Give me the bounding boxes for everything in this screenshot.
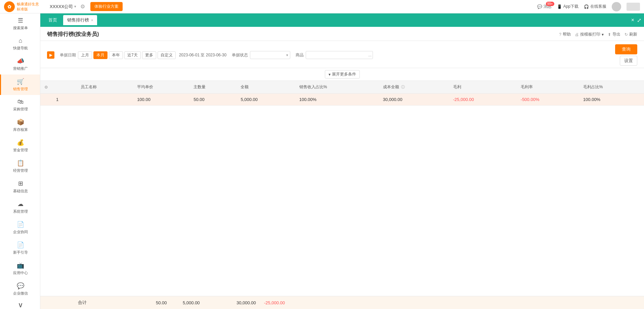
member-icon: V: [19, 303, 23, 309]
row-gross-rate: -500.00%: [517, 94, 579, 106]
message-btn[interactable]: 💬 消息 99+: [537, 4, 552, 9]
tab-sales-ranking[interactable]: 销售排行榜 ×: [63, 15, 97, 25]
sidebar-item-finance[interactable]: 💰 资金管理: [0, 136, 40, 156]
tab-bar: 首页 销售排行榜 × × ⤢: [40, 13, 644, 27]
app-download-btn[interactable]: 📱 App下载: [557, 4, 578, 9]
sidebar-item-operations[interactable]: 📋 经营管理: [0, 156, 40, 176]
help-label: 帮助: [563, 32, 571, 37]
sidebar-item-search[interactable]: ☰ 搜索菜单: [0, 13, 40, 34]
sidebar-item-system[interactable]: ☁ 系统管理: [0, 197, 40, 217]
refresh-btn[interactable]: ↻ 刷新: [625, 32, 637, 37]
export-btn[interactable]: ⬆ 导出: [608, 32, 620, 37]
col-header-main-qty: 主数量: [189, 81, 237, 94]
filter-toggle-btn[interactable]: ▶: [47, 51, 54, 59]
company-arrow-icon: ▾: [74, 4, 76, 9]
footer-main-qty: 50.00: [152, 300, 179, 305]
current-year-btn[interactable]: 本年: [109, 51, 123, 59]
help-btn[interactable]: ? 帮助: [559, 32, 571, 37]
setting-btn[interactable]: 设置: [620, 56, 637, 66]
sidebar-item-shortcut[interactable]: ⌂ 快捷导航: [0, 34, 40, 54]
sidebar-item-member[interactable]: V 畅会员: [0, 299, 40, 309]
marketing-icon: 📣: [17, 57, 24, 65]
sidebar-label-search: 搜索菜单: [13, 25, 28, 31]
product-input[interactable]: [306, 51, 373, 59]
print-btn[interactable]: 🖨 按模板打印 ▾: [575, 32, 604, 37]
sidebar-item-wechat[interactable]: 💬 企业微信: [0, 279, 40, 299]
sidebar-label-operations: 经营管理: [13, 168, 28, 173]
table-header-row: ⚙ 员工名称 平均单价 主数量: [40, 81, 644, 94]
custom-date-btn[interactable]: 自定义: [158, 51, 176, 59]
product-more-icon[interactable]: ...: [368, 53, 372, 57]
col-header-cost: 成本全额 ⓘ: [379, 81, 449, 94]
app-logo: ✿ 畅康通好生意 标准版: [4, 1, 44, 12]
wechat-icon: 💬: [17, 282, 24, 290]
basic-icon: ⊞: [18, 180, 23, 187]
sidebar-label-basic: 基础信息: [13, 189, 28, 194]
headset-icon: 🎧: [584, 4, 589, 9]
footer-amount: 5,000.00: [179, 300, 206, 305]
status-select-wrapper: [250, 51, 290, 59]
cost-info-icon[interactable]: ⓘ: [401, 85, 405, 89]
row-sales-pct: 100.00%: [295, 94, 379, 106]
topbar-right: 💬 消息 99+ 📱 App下载 🎧 在线客服: [537, 2, 640, 11]
trial-btn[interactable]: 体验行业方案: [90, 2, 123, 11]
table-row: 1 100.00 50.00 5,000.00 100.00% 30,000.0…: [40, 94, 644, 106]
table-body: 1 100.00 50.00 5,000.00 100.00% 30,000.0…: [40, 94, 644, 106]
sidebar-item-sales[interactable]: 🛒 销售管理: [0, 74, 40, 95]
export-label: 导出: [612, 32, 620, 37]
sidebar-item-guide[interactable]: 📄 新手引导: [0, 238, 40, 258]
expand-conditions-btn[interactable]: ▾ 展开更多条件: [325, 70, 360, 79]
print-dropdown-icon[interactable]: ▾: [602, 32, 604, 37]
tab-bar-right: × ⤢: [631, 17, 641, 23]
date-filter: 单据日期 上月 本月 本年 近7天 更多 自定义 2023-06-01 至 20…: [60, 51, 226, 59]
online-service-btn[interactable]: 🎧 在线客服: [584, 4, 606, 9]
sidebar-label-finance: 资金管理: [13, 148, 28, 153]
col-settings[interactable]: ⚙: [40, 81, 52, 94]
footer-cost: 30,000.00: [232, 300, 260, 305]
page-title: 销售排行榜(按业务员): [47, 31, 99, 38]
product-filter: 商品 ...: [296, 51, 372, 59]
sidebar-item-purchase[interactable]: 🛍 采购管理: [0, 95, 40, 115]
table-footer: 合计 50.00 5,000.00 30,000.00 -25,000.00: [40, 296, 644, 309]
sidebar-item-marketing[interactable]: 📣 营销推广: [0, 54, 40, 74]
col-settings-icon[interactable]: ⚙: [44, 85, 48, 90]
sidebar-item-apps[interactable]: 📺 应用中心: [0, 258, 40, 279]
sidebar-item-basic[interactable]: ⊞ 基础信息: [0, 176, 40, 197]
tab-close-icon[interactable]: ×: [91, 18, 93, 22]
operations-icon: 📋: [17, 159, 24, 167]
col-header-index: [52, 81, 77, 94]
row-amount: 5,000.00: [237, 94, 295, 106]
product-filter-label: 商品: [296, 52, 304, 58]
print-label: 按模板打印: [580, 32, 600, 37]
col-header-avg-price: 平均单价: [133, 81, 189, 94]
company-name: XXXXX公司: [50, 4, 73, 10]
sidebar-item-collab[interactable]: 📄 企业协同: [0, 217, 40, 238]
company-selector[interactable]: XXXXX公司 ▾: [50, 4, 76, 10]
close-window-btn[interactable]: ×: [631, 17, 634, 23]
col-header-employee: 员工名称: [77, 81, 133, 94]
restore-window-btn[interactable]: ⤢: [637, 17, 641, 23]
sidebar-label-wechat: 企业微信: [13, 291, 28, 296]
settings-icon[interactable]: ⚙: [80, 3, 85, 10]
tab-home[interactable]: 首页: [43, 15, 62, 25]
avatar[interactable]: [612, 2, 621, 11]
filter-toggle-icon: ▶: [49, 53, 52, 57]
main-layout: ☰ 搜索菜单 ⌂ 快捷导航 📣 营销推广 🛒 销售管理 🛍 采购管理 📦 库存核…: [0, 13, 644, 309]
status-select[interactable]: [250, 51, 290, 59]
filter-row: ▶ 单据日期 上月 本月 本年 近7天 更多 自定义 2023-0: [47, 44, 637, 66]
sidebar-label-sales: 销售管理: [13, 87, 28, 92]
row-avg-price: 100.00: [133, 94, 189, 106]
current-month-btn[interactable]: 本月: [93, 51, 108, 59]
sidebar-label-shortcut: 快捷导航: [13, 46, 28, 51]
query-btn[interactable]: 查询: [615, 44, 637, 54]
last7days-btn[interactable]: 近7天: [124, 51, 141, 59]
sidebar-item-inventory[interactable]: 📦 库存核算: [0, 115, 40, 136]
sidebar-label-guide: 新手引导: [13, 250, 28, 255]
col-header-sales-pct: 销售收入占比%: [295, 81, 379, 94]
user-name-placeholder: [627, 3, 640, 11]
filter-right-actions: 查询 设置: [615, 44, 637, 66]
more-dates-btn[interactable]: 更多: [142, 51, 156, 59]
sidebar-label-collab: 企业协同: [13, 229, 28, 235]
last-month-btn[interactable]: 上月: [78, 51, 92, 59]
system-icon: ☁: [17, 200, 24, 208]
